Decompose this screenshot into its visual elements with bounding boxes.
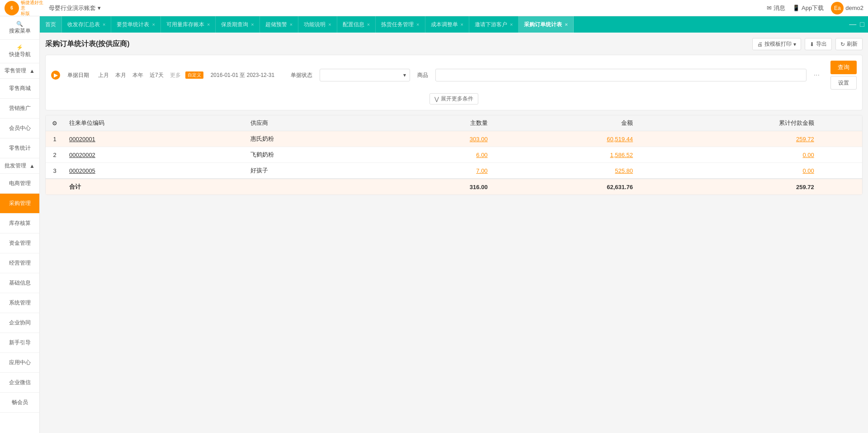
chevron-down-icon: ▾ [793, 41, 796, 48]
sidebar-item-label: 企业微信 [9, 379, 31, 386]
goods-input[interactable] [435, 69, 807, 81]
company-dropdown[interactable]: 母婴行业演示账套 ▾ [44, 4, 767, 12]
custom-badge[interactable]: 自定义 [185, 71, 203, 79]
app-download-btn[interactable]: 📱 App下载 [793, 4, 824, 12]
table-header-row: ⚙ 往来单位编码 供应商 主数量 金额 累计付款金额 [46, 115, 862, 131]
sidebar-item-app-center[interactable]: 应用中心 [0, 353, 39, 373]
tab-invite-downstream[interactable]: 邀请下游客户 × [469, 16, 519, 33]
expand-conditions-btn[interactable]: ⋁ 展开更多条件 [429, 93, 478, 105]
tab-available-inventory[interactable]: 可用量库存账本 × [161, 16, 216, 33]
tab-function-desc[interactable]: 功能说明 × [298, 16, 337, 33]
tab-expiry-query[interactable]: 保质期查询 × [216, 16, 259, 33]
close-icon[interactable]: × [461, 22, 463, 27]
settings-button[interactable]: 设置 [830, 76, 857, 90]
row-qty[interactable]: 7.00 [380, 163, 493, 179]
status-select[interactable]: ▾ [320, 69, 410, 81]
shortcut-7days[interactable]: 近7天 [148, 71, 165, 80]
sidebar-item-ecommerce[interactable]: 电商管理 [0, 174, 39, 194]
sidebar-item-finance[interactable]: 资金管理 [0, 233, 39, 253]
shortcut-this-month[interactable]: 本月 [113, 71, 128, 80]
close-icon[interactable]: × [103, 22, 105, 27]
sidebar-item-enterprise-collab[interactable]: 企业协同 [0, 313, 39, 333]
message-icon: ✉ [767, 5, 772, 11]
filter-toggle-btn[interactable]: ▶ [51, 71, 60, 80]
export-button[interactable]: ⬇ 导出 [805, 38, 832, 50]
row-paid[interactable]: 0.00 [638, 163, 820, 179]
sidebar-item-retail-mgmt[interactable]: 零售管理 ▲ [0, 63, 39, 79]
query-button[interactable]: 查询 [830, 61, 857, 74]
sidebar-item-retail-stats[interactable]: 零售统计 [0, 138, 39, 158]
sidebar-item-enterprise-wechat[interactable]: 企业微信 [0, 373, 39, 393]
th-qty: 主数量 [380, 115, 493, 131]
sidebar-item-retail-mall[interactable]: 零售商城 [0, 79, 39, 99]
sidebar-item-quicknav[interactable]: ⚡ 快捷导航 [0, 40, 39, 63]
close-icon[interactable]: × [207, 22, 210, 27]
row-code[interactable]: 00020001 [64, 131, 245, 147]
table-footer-row: 合计 316.00 62,631.76 259.72 [46, 179, 862, 195]
main-content: 首页 收发存汇总表 × 要货单统计表 × 可用量库存账本 × 保质期查询 × 超… [40, 16, 868, 433]
company-name: 母婴行业演示账套 [49, 4, 96, 12]
row-amount[interactable]: 60,519.44 [493, 131, 638, 147]
tab-label: 配置信息 [343, 21, 364, 29]
sidebar-item-purchase[interactable]: 采购管理 [0, 194, 39, 214]
close-icon[interactable]: × [251, 22, 254, 27]
close-icon[interactable]: × [565, 22, 567, 27]
tab-label: 采购订单统计表 [524, 21, 562, 29]
sidebar-item-label: 畅会员 [12, 399, 28, 406]
sidebar-item-member[interactable]: 会员中心 [0, 119, 39, 138]
row-qty[interactable]: 6.00 [380, 147, 493, 163]
th-settings[interactable]: ⚙ [46, 115, 64, 131]
sidebar-item-newbie[interactable]: 新手引导 [0, 333, 39, 353]
tab-receive-summary[interactable]: 收发存汇总表 × [62, 16, 111, 33]
close-icon[interactable]: × [510, 22, 513, 27]
sidebar-item-wholesale[interactable]: 批发管理 ▲ [0, 158, 39, 174]
row-code[interactable]: 00020002 [64, 147, 245, 163]
sidebar-item-inventory[interactable]: 库存核算 [0, 214, 39, 233]
row-qty[interactable]: 303.00 [380, 131, 493, 147]
shortcut-last-month[interactable]: 上月 [96, 71, 111, 80]
sidebar-item-label: 采购管理 [9, 200, 31, 207]
tab-label: 邀请下游客户 [475, 21, 507, 29]
sidebar-item-label: 应用中心 [9, 359, 31, 366]
sidebar-item-label: 零售统计 [9, 144, 31, 152]
tab-requisition-stats[interactable]: 要货单统计表 × [111, 16, 160, 33]
sidebar-item-search[interactable]: 🔍 搜索菜单 [0, 16, 39, 40]
sidebar-item-basic-info[interactable]: 基础信息 [0, 273, 39, 293]
more-options-btn[interactable]: ··· [814, 71, 820, 79]
footer-paid: 259.72 [638, 179, 820, 195]
message-btn[interactable]: ✉ 消息 [767, 4, 785, 12]
tab-home[interactable]: 首页 [40, 16, 62, 33]
date-filter-label: 单据日期 [67, 71, 89, 79]
row-paid[interactable]: 259.72 [638, 131, 820, 147]
tab-label: 超储预警 [265, 21, 287, 29]
logo-text: 畅捷通好生意 标版 [21, 0, 44, 16]
row-amount[interactable]: 525.80 [493, 163, 638, 179]
sidebar-item-operations[interactable]: 经营管理 [0, 253, 39, 273]
sidebar-item-system[interactable]: 系统管理 [0, 293, 39, 313]
close-icon[interactable]: × [367, 22, 370, 27]
row-code[interactable]: 00020005 [64, 163, 245, 179]
user-area[interactable]: Ea demo2 [831, 2, 863, 14]
close-icon[interactable]: × [416, 22, 419, 27]
minimize-button[interactable]: — [849, 20, 856, 29]
tab-overstock-warning[interactable]: 超储预警 × [260, 16, 298, 33]
close-icon[interactable]: × [152, 22, 155, 27]
row-paid[interactable]: 0.00 [638, 147, 820, 163]
close-icon[interactable]: × [328, 22, 331, 27]
row-supplier: 飞鹤奶粉 [245, 147, 380, 163]
shortcut-more[interactable]: 更多 [168, 71, 183, 80]
tab-cost-adjust[interactable]: 成本调整单 × [425, 16, 469, 33]
tab-purchase-order-stats[interactable]: 采购订单统计表 × [519, 16, 573, 33]
th-code: 往来单位编码 [64, 115, 245, 131]
shortcut-this-year[interactable]: 本年 [131, 71, 145, 80]
tab-config-info[interactable]: 配置信息 × [337, 16, 376, 33]
row-amount[interactable]: 1,586.52 [493, 147, 638, 163]
close-icon[interactable]: × [290, 22, 292, 27]
sidebar-item-marketing[interactable]: 营销推广 [0, 99, 39, 119]
sidebar-item-vip[interactable]: 畅会员 [0, 393, 39, 413]
nav-tabs-controls: — □ [845, 20, 868, 29]
tab-pick-task[interactable]: 拣货任务管理 × [376, 16, 425, 33]
template-print-button[interactable]: 🖨 按模板打印 ▾ [752, 38, 801, 50]
maximize-button[interactable]: □ [860, 20, 864, 29]
refresh-button[interactable]: ↻ 刷新 [835, 38, 863, 50]
